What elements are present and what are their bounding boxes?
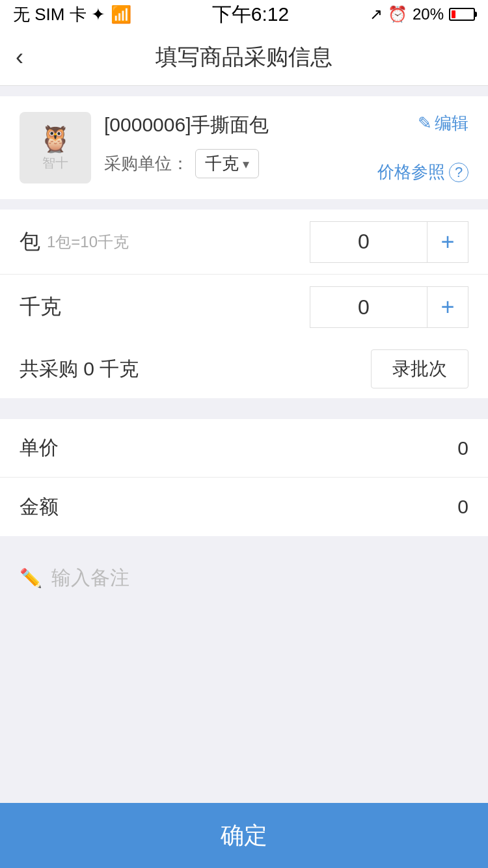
- product-image: 🦉 智十: [20, 112, 91, 183]
- help-icon: ?: [449, 163, 468, 182]
- notes-placeholder: 输入备注: [51, 565, 129, 591]
- kg-quantity-input[interactable]: [310, 286, 427, 328]
- unit-price-value: 0: [457, 437, 468, 459]
- pack-quantity-input[interactable]: [310, 221, 427, 263]
- kg-plus-button[interactable]: +: [427, 286, 468, 328]
- confirm-button[interactable]: 确定: [0, 803, 488, 868]
- summary-prefix: 共采购: [20, 358, 78, 379]
- kg-input-control: +: [310, 286, 468, 328]
- unit-value: 千克: [205, 152, 239, 175]
- back-button[interactable]: ‹: [16, 44, 23, 71]
- unit-label: 采购单位：: [104, 152, 189, 175]
- summary-value: 0: [83, 358, 94, 379]
- status-bar: 无 SIM 卡 ✦ 📶 下午6:12 ↗ ⏰ 20%: [0, 0, 488, 29]
- edit-button[interactable]: ✎ 编辑: [418, 112, 468, 135]
- amount-row: 金额 0: [0, 478, 488, 536]
- price-section: 单价 0 金额 0: [0, 419, 488, 536]
- edit-label: 编辑: [435, 112, 468, 135]
- status-time: 下午6:12: [212, 1, 289, 28]
- summary-unit: 千克: [100, 358, 139, 379]
- nav-bar: ‹ 填写商品采购信息: [0, 29, 488, 86]
- pencil-icon: ✏️: [20, 567, 42, 589]
- location-icon: ↗: [370, 5, 383, 23]
- divider-1: [0, 199, 488, 210]
- status-right: ↗ ⏰ 20%: [370, 5, 475, 23]
- alarm-icon: ⏰: [388, 5, 407, 23]
- divider-2: [0, 398, 488, 409]
- unit-price-row: 单价 0: [0, 419, 488, 478]
- unit-price-label: 单价: [20, 435, 59, 461]
- kg-label: 千克: [20, 293, 61, 321]
- dropdown-arrow-icon: ▾: [243, 156, 249, 172]
- bottom-area: [0, 610, 488, 818]
- battery-percent: 20%: [413, 5, 444, 23]
- amount-label: 金额: [20, 494, 59, 521]
- pack-sublabel: 1包=10千克: [47, 232, 310, 252]
- amount-value: 0: [457, 496, 468, 518]
- status-left: 无 SIM 卡 ✦ 📶: [13, 3, 131, 26]
- product-card: 🦉 智十 [0000006]手撕面包 采购单位： 千克 ▾ ✎ 编辑 价格参照 …: [0, 96, 488, 199]
- product-name: [0000006]手撕面包: [104, 112, 468, 139]
- pack-label: 包: [20, 228, 40, 256]
- summary-row: 共采购 0 千克 录批次: [0, 340, 488, 398]
- product-owl-icon: 🦉: [39, 124, 72, 154]
- edit-icon: ✎: [418, 113, 432, 133]
- notes-section[interactable]: ✏️ 输入备注: [0, 547, 488, 610]
- pack-input-row: 包 1包=10千克 +: [0, 210, 488, 275]
- input-section: 包 1包=10千克 + 千克 +: [0, 210, 488, 340]
- batch-button[interactable]: 录批次: [371, 349, 468, 388]
- price-reference-button[interactable]: 价格参照 ?: [377, 161, 468, 183]
- pack-input-control: +: [310, 221, 468, 263]
- kg-input-row: 千克 +: [0, 275, 488, 340]
- wifi-icon: 📶: [111, 5, 131, 25]
- summary-text: 共采购 0 千克: [20, 356, 139, 383]
- battery-indicator: [449, 8, 475, 21]
- price-ref-label: 价格参照: [377, 161, 445, 183]
- page-title: 填写商品采购信息: [156, 42, 332, 72]
- sim-status: 无 SIM 卡 ✦: [13, 3, 105, 26]
- unit-dropdown[interactable]: 千克 ▾: [195, 149, 259, 178]
- pack-plus-button[interactable]: +: [427, 221, 468, 263]
- product-image-label: 智十: [42, 154, 68, 172]
